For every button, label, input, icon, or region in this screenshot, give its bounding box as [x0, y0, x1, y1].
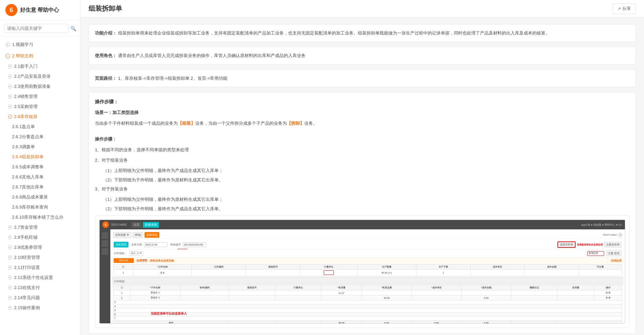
ss-btn-orange[interactable]: 新建单据: [145, 232, 159, 238]
ss-sub-label: 大学实际：: [114, 252, 127, 255]
nav-item-26[interactable]: − 2.6库存核算: [0, 112, 80, 122]
ss-sub-row-5: 5: [113, 309, 622, 313]
step3: 3、对于拆装业务: [95, 185, 630, 193]
ss-sub-td-actual: [557, 290, 594, 295]
feature-intro-box: 功能介绍： 组装拆卸单用来处理企业组装或拆卸等加工业务，支持有固定装配清单的产品…: [89, 24, 636, 42]
nav-item-262[interactable]: 2.6.2分量盘点单: [0, 132, 80, 142]
share-button[interactable]: ↗ 分享: [612, 3, 636, 14]
ss-sub-field[interactable]: 以人 上.%: [130, 251, 143, 256]
logo-area: 6 好生意 帮助中心: [0, 0, 80, 20]
search-box: 🔍: [0, 20, 80, 37]
ss-sub-table-header: 子件明细: [112, 277, 624, 284]
plus-icon: +: [8, 296, 12, 300]
step1: 1、根据不同的业务，选择不同单据的类型来处理: [95, 146, 630, 154]
ss-bill-label: 单据编号: [170, 243, 181, 246]
plus-icon: +: [8, 286, 12, 290]
ann-arrow1: [177, 249, 187, 249]
logo-icon: 6: [5, 4, 17, 16]
nav-item-268[interactable]: 2.6.8商品成本重算: [0, 192, 80, 202]
nav-item-261[interactable]: 2.6.1盘点单: [0, 122, 80, 132]
ss-sub-td-unit2: [275, 295, 321, 300]
nav-item-266[interactable]: 2.6.6其他入库单: [0, 172, 80, 182]
ss-ann3-label: 启用处理: [611, 259, 622, 263]
ss-nav-right: AppT知 ● 创始版 ● 帮助中心 ● CС: [581, 223, 622, 227]
ss-unit-field[interactable]: [324, 270, 334, 275]
ss-tab-active[interactable]: 业务类型: [114, 242, 128, 247]
nav-group-docs-title[interactable]: − 2.帮助文档: [0, 51, 80, 61]
ss-type-btn[interactable]: 组装业务: [114, 258, 134, 263]
scene-label: 场景一：加工类型选择: [95, 110, 139, 115]
search-button[interactable]: 🔍: [70, 26, 76, 31]
plus-icon: +: [8, 276, 12, 280]
nav-item-27[interactable]: + 2.7资金管理: [0, 222, 80, 232]
nav-item-215[interactable]: + 2.15操作案例: [0, 303, 80, 313]
ss-foot-ops: [594, 321, 622, 324]
search-input[interactable]: [4, 24, 68, 33]
ss-sub-th-unit: 计量单位: [275, 285, 321, 290]
ss-sub-td-name2: 零组件 2: [130, 295, 180, 300]
logo-text: 好生意 帮助中心: [20, 7, 59, 14]
nav-item-23[interactable]: + 2.3使用前数据准备: [0, 81, 80, 92]
nav-item-213[interactable]: + 2.13在线支付: [0, 283, 80, 293]
ss-btn-new[interactable]: 业务新建 ▼: [113, 232, 131, 238]
nav-item-264[interactable]: 2.6.4组装拆卸单: [0, 152, 80, 162]
ss-foot-blank7: [511, 321, 557, 324]
plus-icon: +: [8, 235, 12, 239]
ss-settings-icon[interactable]: ⚙: [618, 233, 622, 237]
nav-item-212[interactable]: + 2.12系统个性化设置: [0, 273, 80, 283]
ss-sub-row-3: 3: [113, 300, 622, 304]
nav-item-22[interactable]: + 2.2产品安装及登录: [0, 71, 80, 81]
ss-logo: 6: [102, 221, 109, 228]
nav-item-269[interactable]: 2.6.9库存账本查询: [0, 202, 80, 212]
nav-item-24[interactable]: + 2.4销售管理: [0, 92, 80, 102]
nav-tree: + 1.视频学习 − 2.帮助文档 + 2.1新手入门 + 2.2产品安装及登录: [0, 37, 80, 335]
nav-item-25[interactable]: + 2.5采购管理: [0, 102, 80, 112]
nav-item-29[interactable]: + 2.9优惠券管理: [0, 242, 80, 253]
nav-item-2610[interactable]: 2.6.10库存账本错了怎么办: [0, 212, 80, 222]
nav-item-263[interactable]: 2.6.3调拨单: [0, 142, 80, 152]
path-label: 页面路径：: [95, 76, 117, 81]
ss-select-btn[interactable]: 选择对料单: [557, 241, 576, 248]
ss-test-id: TEST-H002: [111, 223, 127, 226]
ss-sub-th-usage: *耗用量: [321, 285, 362, 290]
ss-btn-process2[interactable]: 立案发布单: [604, 242, 622, 247]
nav-group-videos-title[interactable]: + 1.视频学习: [0, 39, 80, 50]
ss-foot-blank1: [229, 321, 275, 324]
ss-nav-tab2[interactable]: 新建单据: [143, 222, 159, 228]
ss-th-parent-name: *父件名称: [133, 265, 192, 270]
ss-test-id2: TEST-H002: [603, 233, 617, 236]
plus-icon: +: [8, 266, 12, 270]
ss-foot-blank2: [275, 321, 321, 324]
ss-date-field[interactable]: 2019-12-26: [144, 242, 167, 247]
ss-foot-blank3: 50.00: [321, 321, 362, 324]
ss-sub-td-usage2: [321, 295, 362, 300]
ss-td-check[interactable]: 1: [113, 270, 133, 276]
ss-sub-td-empty7: 7: [113, 317, 622, 321]
nav-item-265[interactable]: 2.6.5成本调整单: [0, 162, 80, 172]
ss-th-parent-code: 父件编码: [192, 265, 246, 270]
path-text: 1、库存核算->库存管理->组装拆卸单 2、首页->常用功能: [118, 76, 228, 81]
step2b: （2）下部明细为子件明细，最终作为原材料生成其它出库单。: [95, 176, 630, 184]
nav-item-211[interactable]: + 2.11打印设置: [0, 263, 80, 273]
ss-btn-edit[interactable]: |审核|: [132, 232, 143, 238]
ss-th-unit: 计量单位: [300, 265, 357, 270]
ss-sub-td-total: [362, 290, 412, 295]
ss-sub-td-empty4: 4: [113, 304, 622, 309]
ss-nav-tab1[interactable]: 自页: [131, 222, 142, 228]
ss-foot-blank8: [557, 321, 594, 324]
nav-item-214[interactable]: + 2.14常见问题: [0, 293, 80, 303]
nav-item-210[interactable]: + 2.10经营管理: [0, 253, 80, 263]
ss-sub-row-6: 6: [113, 313, 622, 317]
nav-item-21[interactable]: + 2.1新手入门: [0, 61, 80, 71]
nav-item-267[interactable]: 2.6.7其他出库单: [0, 182, 80, 192]
ss-qiyong-field[interactable]: 新增品用: [587, 251, 604, 256]
ss-form-date: 业务日期 2019-12-26: [131, 242, 167, 247]
nav-item-28[interactable]: + 2.8手机旺铺: [0, 232, 80, 242]
ss-bill-field[interactable]: AD-20191226-001: [183, 242, 206, 247]
ss-foot-total: 合计: [113, 321, 229, 324]
ss-sub-td-op[interactable]: ⊞ ⊠: [594, 290, 622, 295]
ss-confirm-btn[interactable]: 立案 发布: [606, 250, 622, 256]
ss-sub-td-code2: [180, 295, 229, 300]
ss-sub-td-op2[interactable]: ⊞ ⊠: [594, 295, 622, 300]
role-text: 通常由生产人员或库管人员完成拆装业务的操作，库管人员确认原材料的出库和产成品的入…: [118, 53, 306, 58]
